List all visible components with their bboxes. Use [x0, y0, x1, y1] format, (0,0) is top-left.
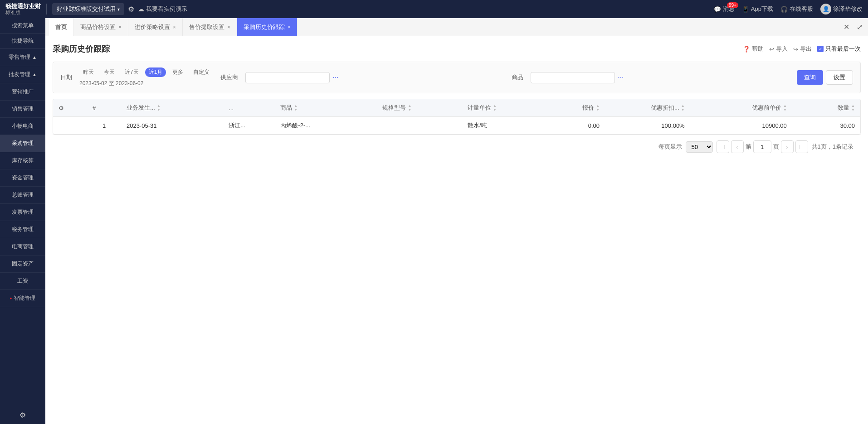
goods-filter: ···: [531, 72, 790, 83]
close-icon[interactable]: ×: [118, 24, 122, 30]
goods-more-icon[interactable]: ···: [618, 73, 624, 82]
sort-icon: ▲▼: [596, 104, 600, 112]
th-unit[interactable]: 计量单位 ▲▼: [462, 99, 537, 117]
message-button[interactable]: 💬 消息 99+: [714, 5, 735, 13]
data-table-wrapper: ⚙ # 业务发生... ▲▼ ...: [53, 99, 861, 135]
date-opt-today[interactable]: 今天: [100, 67, 118, 77]
sort-icon: ▲▼: [408, 104, 411, 112]
sidebar-item-label: 智能管理: [14, 294, 35, 302]
sidebar: 搜索菜单 快捷导航 零售管理 ▲ 批发管理 ▲ 营销推广 销售管理 小畅电商 采…: [0, 18, 45, 424]
message-icon: 💬: [714, 6, 721, 13]
th-spec[interactable]: 规格型号 ▲▼: [377, 99, 462, 117]
demo-link[interactable]: ☁ 我要看实例演示: [138, 5, 187, 13]
sidebar-item-label: 小畅电商: [12, 122, 34, 130]
th-pre-price[interactable]: 优惠前单价 ▲▼: [690, 99, 792, 117]
import-icon: ↩: [769, 46, 774, 53]
sidebar-item-label: 销售管理: [12, 105, 34, 113]
sidebar-item-wholesale[interactable]: 批发管理 ▲: [0, 66, 45, 83]
sort-icon: ▲▼: [294, 104, 297, 112]
page-input[interactable]: [753, 140, 771, 153]
user-menu[interactable]: 👤 徐泽华修改: [820, 4, 863, 14]
sidebar-settings-icon[interactable]: ⚙: [0, 406, 45, 424]
sidebar-item-purchase[interactable]: 采购管理: [0, 135, 45, 152]
th-date[interactable]: 业务发生... ▲▼: [121, 99, 223, 117]
message-badge: 99+: [727, 2, 738, 8]
export-link[interactable]: ↪ 导出: [793, 45, 812, 53]
sidebar-quick-nav[interactable]: 快捷导航: [0, 34, 45, 49]
table-row: 1 2023-05-31 浙江... 丙烯酸-2-... 散水/吨 0.00 1…: [53, 117, 860, 135]
sidebar-item-assets[interactable]: 固定资产: [0, 255, 45, 273]
sidebar-item-label: 固定资产: [12, 260, 34, 268]
sidebar-item-label: 总账管理: [12, 191, 34, 199]
sidebar-search[interactable]: 搜索菜单: [0, 18, 45, 34]
page-nav: ⊣ ‹ 第 页 › ⊢: [717, 140, 808, 153]
tab-purchase-strategy[interactable]: 进价策略设置 ×: [128, 18, 183, 36]
cell-unit: 散水/吨: [462, 117, 537, 135]
sidebar-item-tax[interactable]: 税务管理: [0, 221, 45, 238]
topbar-right: 💬 消息 99+ 📱 App下载 🎧 在线客服 👤 徐泽华修改: [714, 4, 863, 14]
per-page-select[interactable]: 50 100 200: [686, 141, 713, 153]
supplier-input[interactable]: [245, 72, 330, 83]
tab-home[interactable]: 首页: [49, 18, 74, 36]
online-service-button[interactable]: 🎧 在线客服: [780, 5, 813, 13]
sidebar-item-ecommerce[interactable]: 小畅电商: [0, 118, 45, 135]
tab-price-settings[interactable]: 商品价格设置 ×: [74, 18, 128, 36]
date-opt-1month[interactable]: 近1月: [145, 67, 166, 77]
th-settings[interactable]: ⚙: [53, 99, 87, 117]
sidebar-item-ledger[interactable]: 总账管理: [0, 187, 45, 204]
chevron-icon: ▲: [32, 72, 37, 77]
date-opt-7days[interactable]: 近7天: [121, 67, 142, 77]
date-opt-custom[interactable]: 自定义: [190, 67, 213, 77]
close-icon[interactable]: ×: [227, 24, 230, 30]
close-icon[interactable]: ×: [173, 24, 176, 30]
cell-goods: 丙烯酸-2-...: [275, 117, 377, 135]
settings-button[interactable]: 设置: [826, 70, 853, 85]
sidebar-item-inventory[interactable]: 库存核算: [0, 152, 45, 169]
only-latest-checkbox[interactable]: ✓ 只看最后一次: [817, 45, 861, 53]
date-opt-yesterday[interactable]: 昨天: [79, 67, 98, 77]
goods-input[interactable]: [531, 72, 615, 83]
th-price[interactable]: 报价 ▲▼: [537, 99, 605, 117]
page-actions: ❓ 帮助 ↩ 导入 ↪ 导出 ✓ 只看最后一次: [743, 45, 861, 53]
supplier-more-icon[interactable]: ···: [332, 73, 338, 82]
sidebar-item-ai[interactable]: ● 智能管理: [0, 290, 45, 307]
page-last-btn[interactable]: ⊢: [795, 140, 808, 153]
sidebar-item-sales[interactable]: 销售管理: [0, 101, 45, 118]
page-first-btn[interactable]: ⊣: [717, 140, 729, 153]
tab-label: 采购历史价跟踪: [244, 23, 285, 31]
help-link[interactable]: ❓ 帮助: [743, 45, 764, 53]
settings-icon[interactable]: ⚙: [128, 5, 134, 14]
page-prev-btn[interactable]: ‹: [731, 140, 744, 153]
export-icon: ↪: [793, 46, 798, 53]
tab-purchase-history[interactable]: 采购历史价跟踪 ×: [237, 18, 297, 36]
th-seq: #: [87, 99, 121, 117]
sidebar-item-retail[interactable]: 零售管理 ▲: [0, 49, 45, 66]
checkbox-icon: ✓: [817, 46, 824, 52]
filter-actions: 查询 设置: [797, 70, 853, 85]
filter-bar: 日期 昨天 今天 近7天 近1月 更多 自定义 2023-05-02 至 202…: [53, 62, 861, 93]
chevron-icon: ▲: [32, 55, 37, 60]
topbar: 畅捷通好业财 标准版 好业财标准版交付试用 ▾ ⚙ ☁ 我要看实例演示 💬 消息…: [0, 0, 868, 18]
page-suffix: 页: [773, 143, 779, 151]
close-icon[interactable]: ×: [288, 24, 291, 30]
sidebar-item-marketing[interactable]: 营销推广: [0, 83, 45, 101]
sidebar-item-payroll[interactable]: 工资: [0, 273, 45, 290]
sidebar-item-invoice[interactable]: 发票管理: [0, 204, 45, 221]
sidebar-item-ecomm2[interactable]: 电商管理: [0, 238, 45, 255]
date-filter-label: 日期: [60, 73, 72, 82]
goods-filter-label: 商品: [512, 73, 523, 82]
tab-close-window[interactable]: ✕: [842, 21, 851, 33]
query-button[interactable]: 查询: [797, 70, 823, 85]
page-next-btn[interactable]: ›: [781, 140, 794, 153]
th-qty[interactable]: 数量 ▲▼: [792, 99, 860, 117]
version-selector[interactable]: 好业财标准版交付试用 ▾: [52, 3, 124, 15]
headset-icon: 🎧: [780, 6, 788, 13]
tab-expand[interactable]: ⤢: [855, 21, 864, 33]
th-discount[interactable]: 优惠折扣... ▲▼: [605, 99, 690, 117]
date-opt-more[interactable]: 更多: [169, 67, 187, 77]
th-goods[interactable]: 商品 ▲▼: [275, 99, 377, 117]
app-download-button[interactable]: 📱 App下载: [742, 5, 773, 13]
sidebar-item-finance[interactable]: 资金管理: [0, 169, 45, 187]
tab-price-extract[interactable]: 售价提取设置 ×: [183, 18, 237, 36]
import-link[interactable]: ↩ 导入: [769, 45, 788, 53]
